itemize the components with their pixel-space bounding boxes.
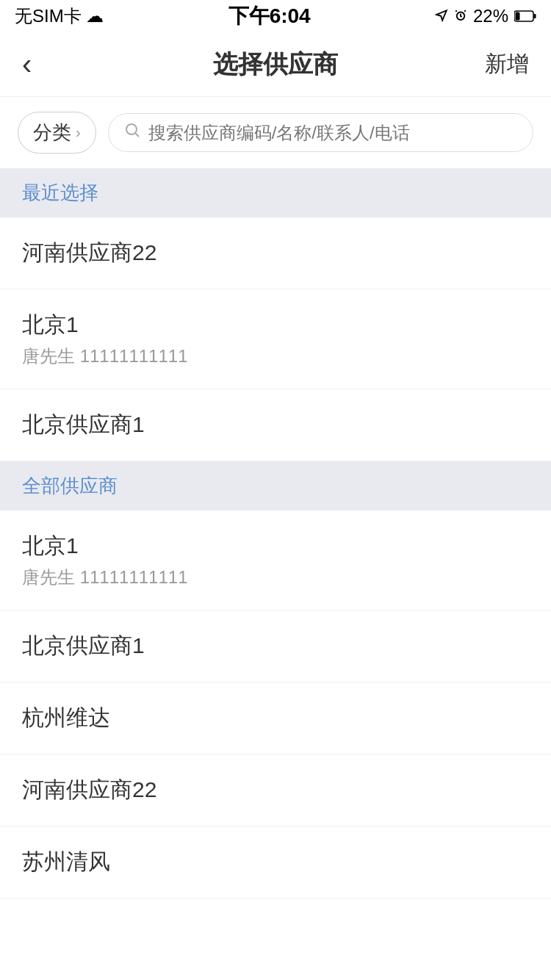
- back-button[interactable]: ‹: [22, 48, 66, 81]
- battery-label: 22%: [473, 6, 508, 26]
- list-item[interactable]: 河南供应商22: [0, 217, 551, 289]
- item-name: 北京供应商1: [22, 410, 529, 440]
- item-name: 北京供应商1: [22, 631, 529, 661]
- search-icon: [123, 121, 141, 144]
- list-item[interactable]: 苏州清风: [0, 826, 551, 898]
- status-right: 22%: [435, 6, 536, 26]
- chevron-right-icon: ›: [76, 124, 81, 141]
- recent-list: 河南供应商22北京1唐先生 11111111111北京供应商1: [0, 217, 551, 461]
- add-button[interactable]: 新增: [485, 49, 529, 79]
- search-input[interactable]: [148, 123, 518, 143]
- svg-rect-3: [516, 12, 520, 21]
- list-item[interactable]: 杭州维达: [0, 682, 551, 754]
- battery-icon: [514, 6, 536, 26]
- item-sub: 唐先生 11111111111: [22, 345, 529, 368]
- list-item[interactable]: 北京供应商1: [0, 610, 551, 682]
- page-title: 选择供应商: [66, 48, 485, 82]
- svg-point-4: [126, 124, 137, 134]
- status-left: 无SIM卡 ☁: [15, 4, 104, 28]
- item-sub: 唐先生 11111111111: [22, 566, 529, 589]
- status-time: 下午6:04: [228, 2, 311, 30]
- list-item[interactable]: 河南供应商22: [0, 754, 551, 826]
- all-section-header: 全部供应商: [0, 461, 551, 511]
- item-name: 河南供应商22: [22, 775, 529, 805]
- no-sim-label: 无SIM卡 ☁: [15, 4, 104, 28]
- item-name: 河南供应商22: [22, 238, 529, 268]
- list-item[interactable]: 北京供应商1: [0, 389, 551, 461]
- item-name: 北京1: [22, 531, 529, 561]
- recent-section-header: 最近选择: [0, 168, 551, 217]
- category-button[interactable]: 分类 ›: [18, 112, 96, 154]
- item-name: 杭州维达: [22, 703, 529, 733]
- nav-bar: ‹ 选择供应商 新增: [0, 32, 551, 97]
- search-box: [108, 113, 533, 152]
- all-list: 北京1唐先生 11111111111北京供应商1杭州维达河南供应商22苏州清风: [0, 511, 551, 898]
- category-label: 分类: [33, 120, 71, 145]
- location-icon: [435, 6, 448, 26]
- list-item[interactable]: 北京1唐先生 11111111111: [0, 511, 551, 610]
- status-bar: 无SIM卡 ☁ 下午6:04 22%: [0, 0, 551, 32]
- svg-rect-2: [534, 14, 536, 18]
- item-name: 苏州清风: [22, 847, 529, 877]
- list-item[interactable]: 北京1唐先生 11111111111: [0, 289, 551, 389]
- alarm-icon: [454, 6, 467, 26]
- item-name: 北京1: [22, 310, 529, 340]
- filter-bar: 分类 ›: [0, 97, 551, 168]
